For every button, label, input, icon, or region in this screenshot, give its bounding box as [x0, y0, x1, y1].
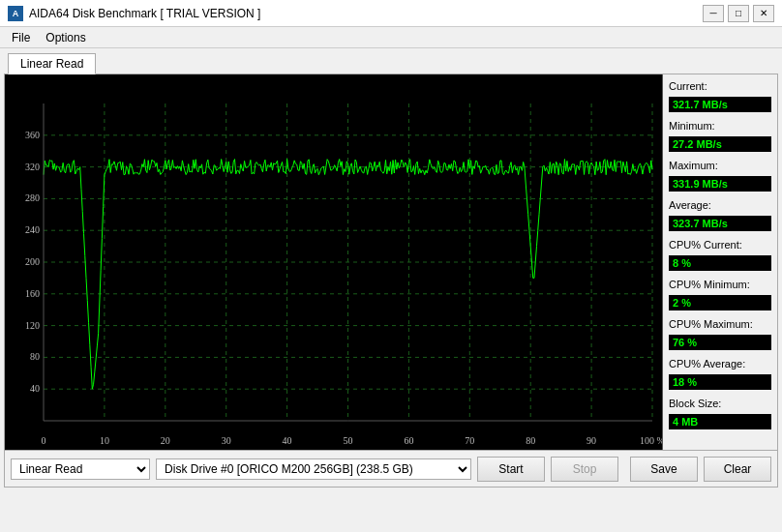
title-bar: A AIDA64 Disk Benchmark [ TRIAL VERSION …: [0, 0, 782, 27]
current-label: Current:: [669, 80, 771, 92]
current-value: 321.7 MB/s: [669, 97, 771, 112]
clear-button[interactable]: Clear: [704, 457, 771, 482]
minimum-label: Minimum:: [669, 120, 771, 132]
chart-canvas: [5, 74, 662, 450]
cpu-current-value: 8 %: [669, 255, 771, 271]
average-label: Average:: [669, 199, 771, 211]
app-icon: A: [8, 6, 23, 21]
average-value: 323.7 MB/s: [669, 216, 771, 231]
maximum-value: 331.9 MB/s: [669, 176, 771, 192]
title-bar-controls: ─ □ ✕: [703, 5, 774, 22]
start-button[interactable]: Start: [477, 457, 545, 482]
block-size-label: Block Size:: [669, 398, 771, 409]
cpu-min-label: CPU% Minimum:: [669, 279, 771, 290]
close-button[interactable]: ✕: [753, 5, 774, 22]
title-bar-text: AIDA64 Disk Benchmark [ TRIAL VERSION ]: [29, 7, 260, 20]
test-type-select[interactable]: Linear Read: [11, 458, 150, 480]
cpu-max-value: 76 %: [669, 335, 771, 350]
cpu-avg-label: CPU% Average:: [669, 358, 771, 369]
menu-options[interactable]: Options: [38, 29, 93, 46]
minimize-button[interactable]: ─: [703, 5, 724, 22]
stop-button[interactable]: Stop: [551, 457, 618, 482]
tab-linear-read[interactable]: Linear Read: [8, 53, 96, 74]
maximum-label: Maximum:: [669, 160, 771, 171]
save-button[interactable]: Save: [630, 457, 698, 482]
menu-file[interactable]: File: [4, 29, 38, 46]
bottom-bar: Linear Read Disk Drive #0 [ORICO M200 25…: [4, 451, 778, 488]
cpu-max-label: CPU% Maximum:: [669, 318, 771, 330]
chart-container: MB/s 21:15: [5, 74, 663, 450]
maximize-button[interactable]: □: [728, 5, 749, 22]
main-area: MB/s 21:15 Current: 321.7 MB/s Minimum: …: [4, 74, 778, 451]
tab-bar: Linear Read: [0, 48, 782, 74]
disk-select[interactable]: Disk Drive #0 [ORICO M200 256GB] (238.5 …: [156, 458, 471, 480]
block-size-value: 4 MB: [669, 414, 771, 429]
chart-area: [5, 74, 662, 450]
minimum-value: 27.2 MB/s: [669, 136, 771, 152]
cpu-avg-value: 18 %: [669, 374, 771, 390]
menu-bar: File Options: [0, 27, 782, 48]
cpu-current-label: CPU% Current:: [669, 239, 771, 251]
title-bar-left: A AIDA64 Disk Benchmark [ TRIAL VERSION …: [8, 6, 260, 21]
cpu-min-value: 2 %: [669, 295, 771, 310]
side-panel: Current: 321.7 MB/s Minimum: 27.2 MB/s M…: [663, 74, 777, 450]
